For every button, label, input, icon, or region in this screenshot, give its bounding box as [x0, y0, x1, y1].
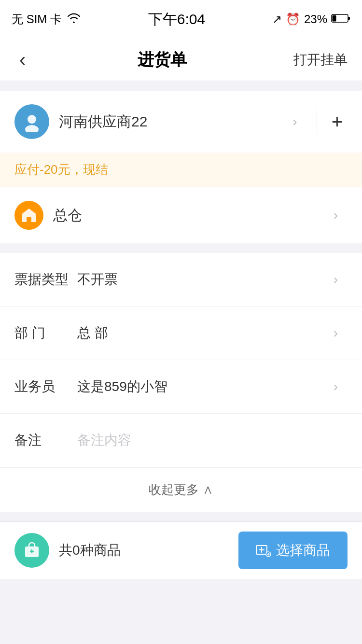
add-supplier-button[interactable]: + [327, 111, 348, 133]
product-count-text: 共0种商品 [59, 541, 238, 560]
gap-1 [0, 81, 362, 91]
department-label: 部 门 [14, 324, 77, 342]
chevron-right-icon-4: › [334, 325, 338, 341]
invoice-type-value: 不开票 [77, 270, 334, 289]
wifi-icon [67, 13, 81, 26]
remarks-row[interactable]: 备注 备注内容 [0, 414, 362, 467]
invoice-type-label: 票据类型 [14, 270, 77, 289]
remarks-label: 备注 [14, 431, 77, 449]
notice-bar: 应付-20元，现结 [0, 153, 362, 187]
svg-rect-2 [332, 15, 336, 22]
page-title: 进货单 [138, 49, 187, 71]
supplier-avatar [14, 104, 49, 139]
bottom-bar: 共0种商品 选择商品 [0, 521, 362, 579]
invoice-type-row[interactable]: 票据类型 不开票 › [0, 253, 362, 307]
status-time: 下午6:04 [148, 10, 205, 29]
svg-marker-6 [21, 209, 37, 214]
svg-rect-7 [27, 217, 31, 222]
form-section: 票据类型 不开票 › 部 门 总 部 › 业务员 这是859的小智 › 备注 备… [0, 253, 362, 512]
remarks-input[interactable]: 备注内容 [77, 431, 348, 449]
svg-point-3 [28, 115, 36, 124]
open-pending-button[interactable]: 打开挂单 [293, 51, 348, 69]
location-icon: ↗ [272, 13, 282, 26]
back-button[interactable]: ‹ [14, 44, 30, 75]
alarm-icon: ⏰ [286, 13, 300, 26]
product-icon [14, 533, 49, 568]
nav-bar: ‹ 进货单 打开挂单 [0, 39, 362, 81]
chevron-right-icon-3: › [334, 272, 338, 287]
warehouse-row[interactable]: 总仓 › [0, 187, 362, 243]
battery-icon [331, 13, 350, 26]
supplier-row[interactable]: 河南供应商22 › + [0, 91, 362, 153]
status-bar: 无 SIM 卡 下午6:04 ↗ ⏰ 23% [0, 0, 362, 39]
select-product-label: 选择商品 [276, 541, 330, 560]
warehouse-icon [14, 201, 43, 230]
collapse-button[interactable]: 收起更多 ∧ [0, 467, 362, 512]
select-product-button[interactable]: 选择商品 [238, 532, 348, 569]
department-value: 总 部 [77, 324, 334, 342]
carrier-text: 无 SIM 卡 [12, 12, 62, 27]
salesperson-label: 业务员 [14, 378, 77, 396]
supplier-name: 河南供应商22 [59, 112, 292, 132]
salesperson-row[interactable]: 业务员 这是859的小智 › [0, 360, 362, 414]
supplier-section: 河南供应商22 › + 应付-20元，现结 总仓 › [0, 91, 362, 243]
salesperson-value: 这是859的小智 [77, 378, 334, 396]
svg-rect-1 [348, 17, 350, 20]
chevron-right-icon-2: › [334, 208, 338, 223]
department-row[interactable]: 部 门 总 部 › [0, 307, 362, 360]
status-left: 无 SIM 卡 [12, 12, 81, 27]
warehouse-name: 总仓 [53, 206, 334, 225]
status-right: ↗ ⏰ 23% [272, 13, 350, 26]
chevron-right-icon-5: › [334, 379, 338, 394]
chevron-right-icon: › [292, 114, 297, 129]
svg-point-4 [25, 125, 39, 132]
divider [317, 110, 317, 134]
battery-text: 23% [304, 13, 327, 26]
